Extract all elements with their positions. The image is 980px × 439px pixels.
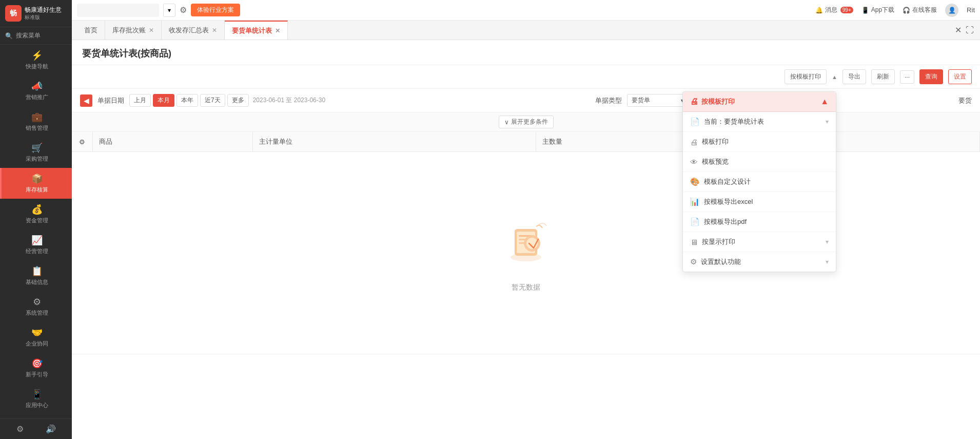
template-design-item[interactable]: 🎨 模板自定义设计	[683, 172, 836, 192]
query-button[interactable]: 查询	[919, 69, 943, 84]
expand-more-label: 展开更多条件	[511, 118, 548, 126]
inventory-icon: 📦	[31, 173, 43, 184]
display-print-item[interactable]: 🖥 按显示打印 ▾	[683, 232, 836, 252]
tab-summary[interactable]: 收发存汇总表 ✕	[162, 21, 225, 40]
online-service-btn[interactable]: 🎧 在线客服	[903, 6, 937, 14]
sidebar-item-purchase[interactable]: 🛒 采购管理	[0, 137, 72, 168]
basics-icon: 📋	[31, 265, 43, 277]
trial-button[interactable]: 体验行业方案	[191, 4, 240, 16]
template-design-icon: 🎨	[690, 177, 700, 186]
sidebar-nav: ⚡ 快捷导航 📣 营销推广 💼 销售管理 🛒 采购管理 📦 库存核算 💰 资金管…	[0, 45, 72, 418]
date-range-text: 2023-06-01 至 2023-06-30	[253, 96, 325, 105]
content-area: 要货单统计表(按商品) 按模板打印 ▲ 导出 刷新 ··· 查询 设置 ◀ 单据…	[72, 40, 980, 439]
sidebar-item-operations[interactable]: 📈 经营管理	[0, 230, 72, 260]
set-default-icon: ⚙	[690, 257, 697, 266]
expand-more-button[interactable]: ∨ 展开更多条件	[499, 116, 554, 128]
app-name: 畅康通好生意	[25, 6, 62, 14]
page-header: 要货单统计表(按商品)	[72, 40, 980, 65]
action-bar: 按模板打印 ▲ 导出 刷新 ··· 查询 设置	[72, 65, 980, 89]
tab-order-stats-close[interactable]: ✕	[275, 27, 280, 34]
template-print-label: 模板打印	[702, 137, 729, 146]
sidebar-item-marketing[interactable]: 📣 营销推广	[0, 75, 72, 106]
headset-icon: 🎧	[903, 7, 910, 14]
online-service-label: 在线客服	[912, 6, 937, 14]
main-area: ▾ ⚙ 体验行业方案 🔔 消息 99+ 📱 App下载 🎧 在线客服 👤 Rit	[72, 0, 980, 439]
maximize-window-btn[interactable]: ⛶	[966, 26, 974, 35]
settings-icon[interactable]: ⚙	[16, 424, 24, 434]
tab-inventory-batch-close[interactable]: ✕	[149, 27, 154, 34]
tab-summary-label: 收发存汇总表	[169, 26, 209, 35]
message-badge: 99+	[840, 7, 853, 13]
empty-state: 暂无数据	[72, 183, 980, 323]
current-template-item[interactable]: 📄 当前：要货单统计表 ▾	[683, 112, 836, 132]
print-template-button[interactable]: 按模板打印	[785, 69, 827, 84]
display-print-label: 按显示打印	[702, 237, 735, 246]
sidebar-item-basics[interactable]: 📋 基础信息	[0, 260, 72, 291]
sidebar-item-inventory[interactable]: 📦 库存核算	[0, 168, 72, 199]
display-print-icon: 🖥	[690, 238, 698, 246]
appcenter-icon: 📱	[31, 389, 43, 400]
col-unit: 主计量单位	[253, 132, 536, 152]
sidebar-item-wechat[interactable]: 💬 企业微信	[0, 414, 72, 418]
logo-icon: 畅	[5, 5, 22, 22]
operations-label: 经营管理	[26, 247, 48, 255]
sidebar-item-shortcuts[interactable]: ⚡ 快捷导航	[0, 45, 72, 75]
sidebar-search[interactable]: 🔍 搜索菜单	[0, 27, 72, 45]
tab-inventory-batch[interactable]: 库存批次账 ✕	[105, 21, 162, 40]
sidebar-item-guide[interactable]: 🎯 新手引导	[0, 353, 72, 384]
empty-text: 暂无数据	[512, 283, 540, 292]
topbar-gear-icon[interactable]: ⚙	[180, 5, 187, 15]
print-dropdown-header: 🖨 按模板打印 ▲	[683, 92, 836, 112]
search-label: 搜索菜单	[16, 31, 41, 40]
topbar-search-input[interactable]	[77, 4, 159, 17]
date-btn-more[interactable]: 更多	[227, 94, 249, 107]
close-window-btn[interactable]: ✕	[955, 25, 962, 35]
date-btn-last-month[interactable]: 上月	[129, 94, 151, 107]
settings-button[interactable]: 设置	[948, 69, 972, 84]
print-dropdown-close-btn[interactable]: ▲	[820, 97, 829, 106]
excel-icon: 📊	[690, 197, 700, 206]
template-doc-icon: 📄	[690, 117, 700, 126]
username-label: Rit	[967, 6, 975, 14]
sidebar-item-sales[interactable]: 💼 销售管理	[0, 106, 72, 137]
type-select[interactable]: 要货单 ▾	[627, 94, 689, 107]
template-preview-item[interactable]: 👁 模板预览	[683, 152, 836, 172]
col-settings[interactable]: ⚙	[72, 132, 92, 152]
appcenter-label: 应用中心	[26, 402, 48, 409]
app-download-btn[interactable]: 📱 App下载	[861, 6, 894, 14]
date-btn-7days[interactable]: 近7天	[200, 94, 225, 107]
sidebar-item-collab[interactable]: 🤝 企业协同	[0, 322, 72, 353]
topbar-dropdown-btn[interactable]: ▾	[163, 4, 175, 17]
sound-icon[interactable]: 🔊	[46, 424, 56, 434]
tab-home[interactable]: 首页	[77, 21, 105, 40]
sales-label: 销售管理	[26, 124, 48, 132]
template-export-excel-item[interactable]: 📊 按模板导出excel	[683, 192, 836, 212]
app-logo: 畅 畅康通好生意 标准版	[0, 0, 72, 27]
message-label: 消息	[825, 6, 837, 14]
sidebar-item-appcenter[interactable]: 📱 应用中心	[0, 384, 72, 414]
inventory-label: 库存核算	[26, 186, 48, 194]
tab-summary-close[interactable]: ✕	[212, 27, 217, 34]
sidebar-item-finance[interactable]: 💰 资金管理	[0, 199, 72, 230]
date-btn-this-month[interactable]: 本月	[153, 94, 174, 107]
refresh-button[interactable]: 刷新	[871, 69, 895, 84]
basics-label: 基础信息	[26, 278, 48, 286]
table-container: ⚙ 商品 主计量单位 主数量 零售金额	[72, 132, 980, 354]
filter-expand-button[interactable]: ◀	[80, 94, 92, 107]
export-button[interactable]: 导出	[842, 69, 866, 84]
tab-order-stats[interactable]: 要货单统计表 ✕	[225, 21, 288, 40]
user-avatar[interactable]: 👤	[945, 4, 958, 17]
print-dropdown-title-text: 按模板打印	[701, 97, 735, 106]
template-export-pdf-item[interactable]: 📄 按模板导出pdf	[683, 212, 836, 232]
tab-home-label: 首页	[84, 26, 97, 35]
sidebar-item-system[interactable]: ⚙ 系统管理	[0, 291, 72, 322]
template-print-item[interactable]: 🖨 模板打印	[683, 132, 836, 152]
messages-btn[interactable]: 🔔 消息 99+	[815, 6, 853, 14]
print-dropdown-title: 🖨 按模板打印	[690, 97, 735, 106]
purchase-icon: 🛒	[31, 142, 43, 154]
set-default-item[interactable]: ⚙ 设置默认功能 ▾	[683, 252, 836, 272]
more-button[interactable]: ···	[900, 70, 914, 84]
system-label: 系统管理	[26, 309, 48, 317]
date-btn-this-year[interactable]: 本年	[177, 94, 198, 107]
current-template-label: 当前：要货单统计表	[704, 117, 764, 126]
